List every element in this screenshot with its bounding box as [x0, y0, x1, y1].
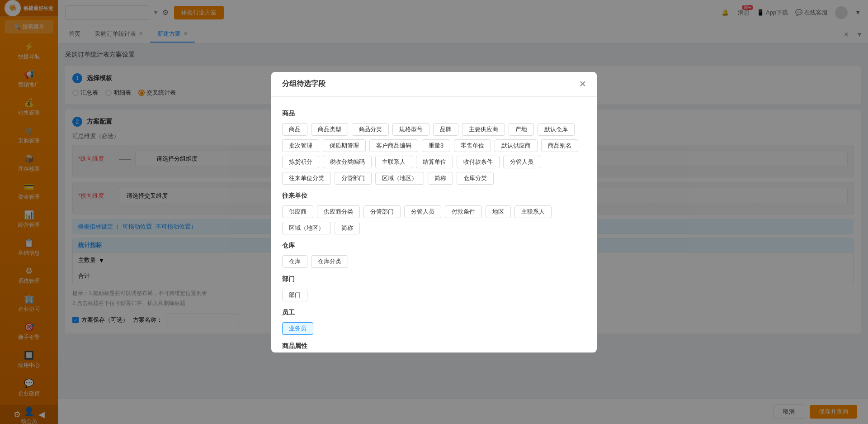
- field-tag-供应商分类[interactable]: 供应商分类: [317, 205, 360, 218]
- field-tag-主要供应商[interactable]: 主要供应商: [462, 123, 505, 136]
- field-tag-往来单位分类[interactable]: 往来单位分类: [282, 172, 331, 185]
- field-tag-区域（地区）[interactable]: 区域（地区）: [282, 222, 331, 234]
- field-tag-商品别名[interactable]: 商品别名: [541, 139, 578, 152]
- field-tag-重量3[interactable]: 重量3: [422, 139, 450, 152]
- field-tag-主联系人[interactable]: 主联系人: [375, 156, 412, 168]
- field-tag-商品分类[interactable]: 商品分类: [352, 123, 389, 136]
- field-tag-仓库分类[interactable]: 仓库分类: [457, 172, 494, 185]
- field-tags-warehouse: 仓库仓库分类: [282, 255, 586, 268]
- section-title-goods_attr: 商品属性: [282, 342, 586, 350]
- field-tag-商品类型[interactable]: 商品类型: [311, 123, 348, 136]
- field-tag-税收分类编码[interactable]: 税收分类编码: [323, 156, 372, 168]
- section-title-partner: 往来单位: [282, 192, 586, 200]
- modal-title: 分组待选字段: [282, 79, 326, 89]
- field-tag-分管部门[interactable]: 分管部门: [335, 172, 372, 185]
- section-title-warehouse: 仓库: [282, 242, 586, 250]
- field-tag-默认供应商[interactable]: 默认供应商: [495, 139, 538, 152]
- field-tag-付款条件[interactable]: 付款条件: [445, 205, 482, 218]
- field-tag-地区[interactable]: 地区: [486, 205, 511, 218]
- section-title-department: 部门: [282, 275, 586, 283]
- field-tags-employee: 业务员: [282, 322, 586, 335]
- field-tag-仓库分类[interactable]: 仓库分类: [311, 255, 348, 268]
- field-tag-拣货积分[interactable]: 拣货积分: [282, 156, 319, 168]
- section-title-goods: 商品: [282, 110, 586, 118]
- field-tags-goods: 商品商品类型商品分类规格型号品牌主要供应商产地默认仓库批次管理保质期管理客户商品…: [282, 123, 586, 185]
- field-tag-默认仓库[interactable]: 默认仓库: [538, 123, 575, 136]
- field-tag-商品[interactable]: 商品: [282, 123, 307, 136]
- field-tags-department: 部门: [282, 289, 586, 301]
- field-tag-区域（地区）[interactable]: 区域（地区）: [375, 172, 424, 185]
- field-tag-主联系人[interactable]: 主联系人: [514, 205, 552, 218]
- field-tag-简称[interactable]: 简称: [335, 222, 360, 234]
- field-tag-保质期管理[interactable]: 保质期管理: [323, 139, 366, 152]
- field-tag-批次管理[interactable]: 批次管理: [282, 139, 319, 152]
- field-tag-分管部门[interactable]: 分管部门: [363, 205, 401, 218]
- field-tag-仓库[interactable]: 仓库: [282, 255, 307, 268]
- modal-overlay: 分组待选字段 ✕ 商品商品商品类型商品分类规格型号品牌主要供应商产地默认仓库批次…: [0, 0, 868, 424]
- field-tag-业务员[interactable]: 业务员: [282, 322, 313, 335]
- modal-body: 商品商品商品类型商品分类规格型号品牌主要供应商产地默认仓库批次管理保质期管理客户…: [271, 97, 597, 353]
- field-tag-简称[interactable]: 简称: [428, 172, 453, 185]
- modal-dialog: 分组待选字段 ✕ 商品商品商品类型商品分类规格型号品牌主要供应商产地默认仓库批次…: [271, 72, 597, 353]
- field-tag-规格型号[interactable]: 规格型号: [392, 123, 429, 136]
- field-tag-品牌[interactable]: 品牌: [433, 123, 458, 136]
- field-tags-partner: 供应商供应商分类分管部门分管人员付款条件地区主联系人区域（地区）简称: [282, 205, 586, 234]
- field-tag-收付款条件[interactable]: 收付款条件: [457, 156, 500, 168]
- field-tag-分管人员[interactable]: 分管人员: [404, 205, 441, 218]
- modal-header: 分组待选字段 ✕: [271, 72, 597, 97]
- section-title-employee: 员工: [282, 309, 586, 317]
- field-tag-零售单位[interactable]: 零售单位: [454, 139, 491, 152]
- field-tag-结算单位[interactable]: 结算单位: [416, 156, 453, 168]
- modal-close-button[interactable]: ✕: [579, 79, 586, 89]
- field-tag-供应商[interactable]: 供应商: [282, 205, 313, 218]
- field-tag-客户商品编码[interactable]: 客户商品编码: [369, 139, 418, 152]
- field-tag-部门[interactable]: 部门: [282, 289, 307, 301]
- field-tag-分管人员[interactable]: 分管人员: [503, 156, 540, 168]
- field-tag-产地[interactable]: 产地: [509, 123, 534, 136]
